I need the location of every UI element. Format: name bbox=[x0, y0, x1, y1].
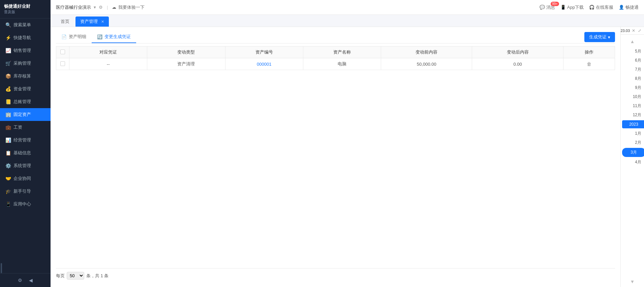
month-item-10月[interactable]: 10月 bbox=[621, 92, 644, 101]
month-item-4月[interactable]: 4月 bbox=[621, 158, 644, 167]
sidebar-item-basic-info[interactable]: 📋 基础信息 bbox=[0, 147, 51, 159]
service-label: 在线客服 bbox=[596, 4, 613, 10]
sidebar: 畅捷通好业财 普及版 🔍 搜索菜单 ⚡ 快捷导航 📈 销售管理 🛒 采购管理 📦… bbox=[0, 0, 51, 287]
sidebar-item-operations[interactable]: 📊 经营管理 bbox=[0, 134, 51, 147]
sidebar-item-ledger[interactable]: 📒 总账管理 bbox=[0, 95, 51, 108]
panel-close-btn[interactable]: ✕ bbox=[631, 28, 636, 34]
tab-close-icon[interactable]: ✕ bbox=[101, 20, 104, 24]
app-edition: 普及版 bbox=[4, 9, 47, 14]
asset-detail-icon: 📄 bbox=[61, 34, 67, 39]
panel-up-nav[interactable]: ▲ bbox=[629, 37, 636, 45]
table-row: -- 资产清理 000001 电脑 50,000.00 0.00 🗑 bbox=[56, 58, 615, 70]
sidebar-item-label: 销售管理 bbox=[13, 47, 31, 54]
month-item-6月[interactable]: 6月 bbox=[621, 56, 644, 65]
cell-before: 50,000.00 bbox=[381, 58, 472, 70]
panel-down-nav[interactable]: ▼ bbox=[629, 278, 636, 286]
app-center-icon: 📱 bbox=[5, 201, 11, 207]
app-download-label: App下载 bbox=[567, 4, 584, 10]
sidebar-item-tutorial[interactable]: 🎓 新手引导 bbox=[0, 185, 51, 198]
sidebar-item-enterprise[interactable]: 🤝 企业协同 bbox=[0, 172, 51, 185]
header-type: 变动类型 bbox=[147, 46, 225, 58]
sidebar-item-label: 采购管理 bbox=[13, 60, 31, 66]
sidebar-item-purchase[interactable]: 🛒 采购管理 bbox=[0, 57, 51, 70]
sidebar-item-label: 搜索菜单 bbox=[13, 22, 31, 28]
message-badge: 99+ bbox=[551, 2, 559, 6]
dropdown-icon[interactable]: ▾ bbox=[94, 5, 96, 10]
generate-voucher-button[interactable]: 生成凭证 ▾ bbox=[584, 32, 615, 42]
user-icon: 👤 bbox=[619, 5, 624, 10]
purchase-icon: 🛒 bbox=[5, 61, 11, 66]
search-icon: 🔍 bbox=[5, 22, 11, 28]
cell-after: 0.00 bbox=[472, 58, 563, 70]
cell-asset-code: 000001 bbox=[225, 58, 303, 70]
settings-icon[interactable]: ⚙ bbox=[99, 5, 103, 10]
payroll-icon: 💼 bbox=[5, 125, 11, 130]
month-item-8月[interactable]: 8月 bbox=[621, 74, 644, 83]
sidebar-item-fixed-assets[interactable]: 🏢 固定资产 bbox=[0, 108, 51, 121]
sidebar-item-app-center[interactable]: 📱 应用中心 bbox=[0, 198, 51, 211]
cell-action: 🗑 bbox=[563, 58, 615, 70]
sub-tab-asset-detail[interactable]: 📄 资产明细 bbox=[56, 31, 92, 43]
pagination-info: 条，共 1 条 bbox=[86, 273, 109, 279]
sidebar-item-inventory[interactable]: 📦 库存核算 bbox=[0, 70, 51, 83]
demo-label: 我要体验一下 bbox=[118, 4, 145, 10]
delete-row-button[interactable]: 🗑 bbox=[587, 61, 591, 67]
change-voucher-icon: 🔄 bbox=[97, 34, 102, 39]
demo-icon: ☁ bbox=[112, 5, 116, 10]
sub-tabs: 📄 资产明细 🔄 变更生成凭证 bbox=[56, 31, 136, 43]
message-btn[interactable]: 💬 消息 99+ bbox=[540, 4, 555, 10]
month-item-9月[interactable]: 9月 bbox=[621, 83, 644, 92]
settings-button[interactable]: ⚙ bbox=[15, 276, 25, 284]
table-header-row: 对应凭证 变动类型 资产编号 资产名称 变动前内容 变动后内容 操作 bbox=[56, 46, 615, 58]
user-name: 畅捷通 bbox=[625, 4, 639, 10]
sidebar-item-label: 应用中心 bbox=[13, 201, 31, 207]
tab-asset-management[interactable]: 资产管理 ✕ bbox=[75, 17, 109, 27]
month-item-5月[interactable]: 5月 bbox=[621, 47, 644, 56]
sidebar-item-quick-nav[interactable]: ⚡ 快捷导航 bbox=[0, 31, 51, 44]
app-download-btn[interactable]: 📱 App下载 bbox=[560, 4, 584, 10]
sales-icon: 📈 bbox=[5, 48, 11, 53]
month-item-7月[interactable]: 7月 bbox=[621, 65, 644, 74]
sub-tab-asset-detail-label: 资产明细 bbox=[69, 34, 86, 40]
sidebar-item-system[interactable]: ⚙️ 系统管理 bbox=[0, 159, 51, 172]
header-before: 变动前内容 bbox=[381, 46, 472, 58]
main-area: 医疗器械行业演示 ▾ ⚙ | ☁ 我要体验一下 💬 消息 99+ 📱 App下载… bbox=[51, 0, 644, 287]
sidebar-item-label: 基础信息 bbox=[13, 150, 31, 156]
page-content: 📄 资产明细 🔄 变更生成凭证 生成凭证 ▾ bbox=[51, 27, 620, 287]
header-checkbox-cell bbox=[56, 46, 69, 58]
tab-home-label: 首页 bbox=[61, 19, 69, 24]
month-item-12月[interactable]: 12月 bbox=[621, 110, 644, 120]
topbar: 医疗器械行业演示 ▾ ⚙ | ☁ 我要体验一下 💬 消息 99+ 📱 App下载… bbox=[51, 0, 644, 15]
right-panel: 2023.03 ✕ ⤢ ▲ 5月6月7月8月9月10月11月12月20231月2… bbox=[620, 27, 644, 287]
month-item-11月[interactable]: 11月 bbox=[621, 101, 644, 110]
customer-service-btn[interactable]: 🎧 在线客服 bbox=[589, 4, 613, 10]
sidebar-item-sales[interactable]: 📈 销售管理 bbox=[0, 44, 51, 57]
fixed-assets-icon: 🏢 bbox=[5, 112, 11, 117]
demo-btn[interactable]: ☁ 我要体验一下 bbox=[112, 4, 145, 10]
sub-tab-change-voucher[interactable]: 🔄 变更生成凭证 bbox=[92, 31, 136, 43]
sidebar-item-label: 库存核算 bbox=[13, 73, 31, 79]
month-item-1月[interactable]: 1月 bbox=[621, 129, 644, 138]
generate-btn-label: 生成凭证 bbox=[589, 34, 607, 40]
sidebar-item-search[interactable]: 🔍 搜索菜单 bbox=[0, 19, 51, 31]
sidebar-item-label: 固定资产 bbox=[13, 111, 31, 118]
asset-table: 对应凭证 变动类型 资产编号 资产名称 变动前内容 变动后内容 操作 -- bbox=[56, 46, 615, 70]
month-item-3月[interactable]: 3月 bbox=[622, 148, 644, 157]
basic-info-icon: 📋 bbox=[5, 150, 11, 156]
collapse-button[interactable]: ◀ bbox=[26, 276, 35, 284]
sidebar-item-payroll[interactable]: 💼 工资 bbox=[0, 121, 51, 134]
sub-tab-change-voucher-label: 变更生成凭证 bbox=[104, 34, 131, 40]
tab-home[interactable]: 首页 bbox=[56, 17, 74, 27]
page-size-select[interactable]: 50 10 20 100 bbox=[67, 272, 84, 280]
select-all-checkbox[interactable] bbox=[60, 50, 65, 54]
company-name[interactable]: 医疗器械行业演示 bbox=[56, 4, 91, 10]
panel-expand-btn[interactable]: ⤢ bbox=[637, 28, 642, 34]
user-btn[interactable]: 👤 畅捷通 bbox=[619, 4, 639, 10]
month-item-2月[interactable]: 2月 bbox=[621, 138, 644, 147]
table-wrapper: 对应凭证 变动类型 资产编号 资产名称 变动前内容 变动后内容 操作 -- bbox=[56, 46, 615, 268]
sidebar-item-fund[interactable]: 💰 资金管理 bbox=[0, 83, 51, 95]
topbar-left: 医疗器械行业演示 ▾ ⚙ | ☁ 我要体验一下 bbox=[56, 4, 145, 10]
row-checkbox[interactable] bbox=[60, 61, 65, 66]
month-item-2023[interactable]: 2023 bbox=[622, 120, 644, 128]
sidebar-item-label: 经营管理 bbox=[13, 137, 31, 143]
